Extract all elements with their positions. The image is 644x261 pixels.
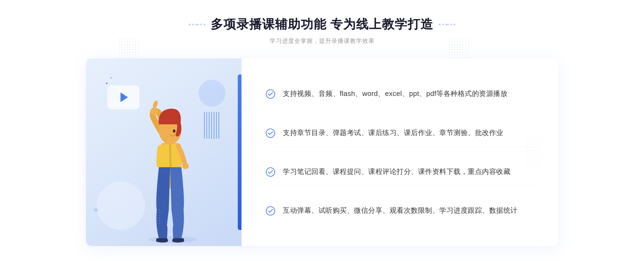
check-icon-1 (266, 89, 275, 99)
dots-decoration-left-top (118, 38, 140, 59)
title-row: 多项录播课辅助功能 专为线上教学打造 (189, 16, 456, 33)
title-decorator-left (189, 24, 205, 25)
dots-right-decoration (526, 136, 542, 168)
play-triangle-icon (120, 92, 128, 102)
accent-bar (238, 74, 241, 230)
svg-point-1 (150, 108, 158, 115)
feature-item-3: 学习笔记回看、课程提问、课程评论打分、课件资料下载，重点内容收藏 (266, 158, 537, 186)
content-card: » 支持视频、音频、flash、word、excel、ppt、pdf等各种格式的… (86, 58, 558, 246)
feature-item-1: 支持视频、音频、flash、word、excel、ppt、pdf等各种格式的资源… (266, 80, 537, 108)
subtitle: 学习进度全掌握，提升录播课教学效果 (189, 37, 456, 45)
feature-item-4: 互动弹幕、试听购买、微信分享、观看次数限制、学习进度跟踪、数据统计 (266, 197, 537, 224)
svg-point-7 (266, 129, 275, 137)
svg-point-6 (266, 90, 275, 98)
header-section: 多项录播课辅助功能 专为线上教学打造 学习进度全掌握，提升录播课教学效果 (189, 16, 456, 45)
page-container: 多项录播课辅助功能 专为线上教学打造 学习进度全掌握，提升录播课教学效果 (0, 0, 644, 261)
check-icon-2 (266, 128, 275, 138)
illustration-panel: » (86, 58, 241, 246)
feature-text-1: 支持视频、音频、flash、word、excel、ppt、pdf等各种格式的资源… (283, 88, 507, 99)
main-title: 多项录播课辅助功能 专为线上教学打造 (211, 16, 434, 33)
svg-point-4 (173, 129, 175, 133)
check-icon-4 (266, 206, 275, 216)
feature-text-3: 学习笔记回看、课程提问、课程评论打分、课件资料下载，重点内容收藏 (283, 166, 510, 177)
svg-point-5 (182, 163, 189, 169)
feature-text-4: 互动弹幕、试听购买、微信分享、观看次数限制、学习进度跟踪、数据统计 (283, 205, 518, 216)
svg-point-8 (266, 168, 275, 176)
feature-text-2: 支持章节目录、弹题考试、课后练习、课后作业、章节测验、批改作业 (283, 127, 503, 139)
dots-illustration-bottom (140, 208, 161, 225)
features-panel: 支持视频、音频、flash、word、excel、ppt、pdf等各种格式的资源… (241, 58, 558, 246)
feature-item-2: 支持章节目录、弹题考试、课后练习、课后作业、章节测验、批改作业 (266, 119, 537, 147)
title-decorator-right (439, 24, 455, 25)
chevron-decoration: » (94, 205, 98, 214)
svg-point-9 (266, 207, 275, 215)
check-icon-3 (266, 167, 275, 177)
